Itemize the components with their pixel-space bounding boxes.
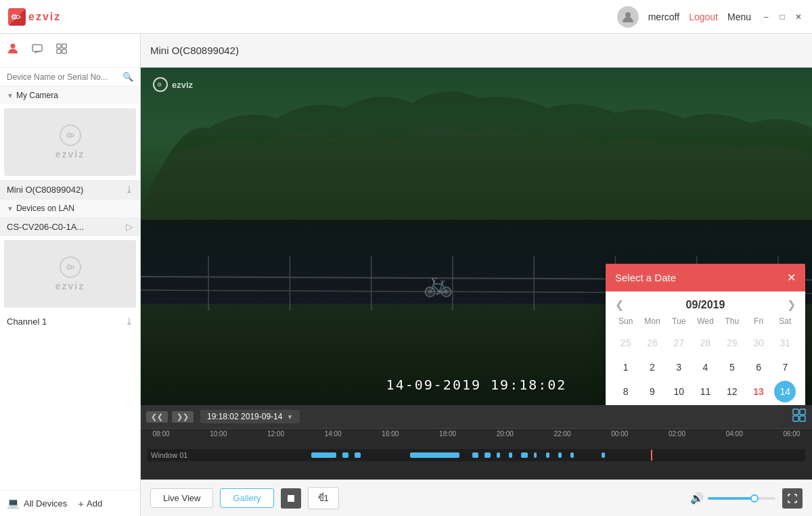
calendar-day[interactable]: 13: [748, 381, 769, 402]
video-logo-text: ezviz: [172, 80, 193, 90]
calendar-day[interactable]: 3: [668, 356, 690, 378]
devices-on-lan-label-row[interactable]: ▼ Devices on LAN: [0, 200, 140, 217]
calendar-month: 09/2019: [686, 299, 725, 311]
app-logo: ezviz: [8, 8, 61, 26]
add-button[interactable]: + Add: [78, 498, 102, 509]
cal-dow-tue: Tue: [666, 314, 692, 329]
title-bar: ezviz mercoff Logout Menu – □ ✕: [0, 0, 812, 34]
sidebar-tab-person[interactable]: [7, 43, 19, 58]
sidebar-bottom: 💻 All Devices + Add: [0, 490, 140, 516]
camera-item-mini[interactable]: Mini O(C80899042) ⤓: [0, 180, 140, 199]
video-timestamp: 14-09-2019 19:18:02: [386, 377, 567, 393]
main-area: 🔍 ▼ My Camera ezviz Mini O(C80899042) ⤓ …: [0, 34, 812, 516]
search-icon[interactable]: 🔍: [122, 72, 133, 82]
logout-button[interactable]: Logout: [689, 11, 718, 22]
volume-knob[interactable]: [750, 494, 759, 502]
cam-thumb-ezviz-label: ezviz: [55, 149, 85, 160]
calendar-day[interactable]: 6: [748, 356, 769, 378]
sidebar-tab-grid[interactable]: [55, 43, 68, 58]
datetime-badge[interactable]: 19:18:02 2019-09-14 ▼: [200, 410, 300, 423]
ruler-tick: 22:00: [549, 430, 576, 438]
datetime-dropdown-arrow: ▼: [286, 413, 293, 421]
datetime-value: 19:18:02 2019-09-14: [207, 412, 282, 421]
timeline-scroll-buttons: ❮❮ ❯❯: [146, 411, 194, 423]
timeline-grid-icon[interactable]: [792, 408, 807, 425]
volume-icon[interactable]: 🔊: [690, 492, 704, 505]
volume-fill: [708, 497, 752, 500]
menu-button[interactable]: Menu: [727, 11, 751, 22]
close-button[interactable]: ✕: [793, 11, 804, 22]
ruler-tick: 04:00: [721, 430, 748, 438]
live-view-button[interactable]: Live View: [150, 488, 213, 508]
search-input[interactable]: [7, 72, 118, 82]
volume-slider[interactable]: [708, 497, 775, 500]
scroll-left-button[interactable]: ❮❮: [146, 411, 168, 423]
scroll-right-button[interactable]: ❯❯: [172, 411, 194, 423]
sidebar: 🔍 ▼ My Camera ezviz Mini O(C80899042) ⤓ …: [0, 34, 141, 516]
device-item-cs[interactable]: CS-CV206-C0-1A... ▷: [0, 217, 140, 236]
ruler-tick: 20:00: [491, 430, 518, 438]
sidebar-tab-chat[interactable]: [31, 43, 43, 58]
timeline-track[interactable]: Window 01: [148, 449, 805, 461]
devices-on-lan-label: Devices on LAN: [16, 204, 74, 213]
svg-point-3: [11, 44, 16, 49]
camera-name-mini: Mini O(C80899042): [7, 185, 83, 195]
svg-rect-8: [62, 49, 66, 53]
calendar-day[interactable]: 5: [721, 356, 743, 378]
ruler-tick: 16:00: [377, 430, 404, 438]
minimize-button[interactable]: –: [761, 11, 771, 22]
calendar-day[interactable]: 2: [641, 356, 663, 378]
calendar-day[interactable]: 8: [615, 381, 637, 402]
fullscreen-button[interactable]: [782, 488, 803, 509]
cal-dow-sat: Sat: [772, 314, 798, 329]
calendar-close-button[interactable]: ✕: [787, 273, 796, 283]
play-icon-cs[interactable]: ▷: [126, 221, 133, 232]
gallery-button[interactable]: Gallery: [220, 488, 273, 508]
channel-item-1[interactable]: Channel 1 ⤓: [0, 312, 140, 331]
calendar-day: 31: [774, 332, 796, 354]
maximize-button[interactable]: □: [777, 11, 788, 22]
svg-rect-29: [288, 495, 294, 502]
video-watermark: ezviz: [153, 77, 193, 92]
timeline-ruler-inner: 08:0010:0012:0014:0016:0018:0020:0022:00…: [141, 430, 812, 438]
calendar-week-2: 891011121314: [612, 380, 798, 403]
calendar-day[interactable]: 1: [615, 356, 637, 378]
ruler-tick: 06:00: [778, 430, 805, 438]
bottom-bar: Live View Gallery ขี่1 🔊: [141, 479, 812, 516]
logo-icon: [8, 8, 26, 26]
calendar-day[interactable]: 14: [774, 381, 796, 402]
calendar-day[interactable]: 10: [668, 381, 690, 402]
calendar-prev-button[interactable]: ❮: [615, 298, 624, 311]
calendar-day: 30: [748, 332, 769, 354]
calendar-day[interactable]: 7: [774, 356, 796, 378]
calendar-next-button[interactable]: ❯: [787, 298, 796, 311]
calendar-popup: Select a Date ✕ ❮ 09/2019 ❯ Sun Mon Tue …: [606, 264, 805, 405]
calendar-day[interactable]: 12: [721, 381, 743, 402]
cal-dow-thu: Thu: [719, 314, 745, 329]
my-camera-section[interactable]: ▼ My Camera: [0, 87, 140, 104]
svg-point-12: [68, 266, 70, 268]
window-controls: – □ ✕: [761, 11, 804, 22]
video-trees: [141, 68, 812, 220]
download-icon-mini[interactable]: ⤓: [125, 184, 133, 195]
calendar-day: 28: [694, 332, 716, 354]
camera-logo-icon: [60, 124, 81, 146]
ruler-tick: 18:00: [434, 430, 461, 438]
calendar-day[interactable]: 9: [641, 381, 663, 402]
timeline-top: ❮❮ ❯❯ 19:18:02 2019-09-14 ▼: [141, 405, 812, 429]
stop-button[interactable]: [281, 488, 301, 509]
ruler-tick: 12:00: [262, 430, 289, 438]
volume-area: 🔊: [690, 492, 775, 505]
calendar-day: 26: [641, 332, 663, 354]
svg-rect-5: [57, 44, 61, 48]
all-devices-button[interactable]: 💻 All Devices: [7, 497, 67, 509]
ruler-tick: 00:00: [606, 430, 633, 438]
svg-rect-28: [800, 416, 805, 421]
download-icon-channel[interactable]: ⤓: [125, 316, 133, 327]
track-label: Window 01: [151, 451, 187, 459]
all-devices-label: All Devices: [24, 498, 67, 509]
calendar-day[interactable]: 4: [694, 356, 716, 378]
calendar-day[interactable]: 11: [694, 381, 716, 402]
username-label: mercoff: [648, 11, 679, 22]
timeline-ruler: 08:0010:0012:0014:0016:0018:0020:0022:00…: [141, 429, 812, 449]
